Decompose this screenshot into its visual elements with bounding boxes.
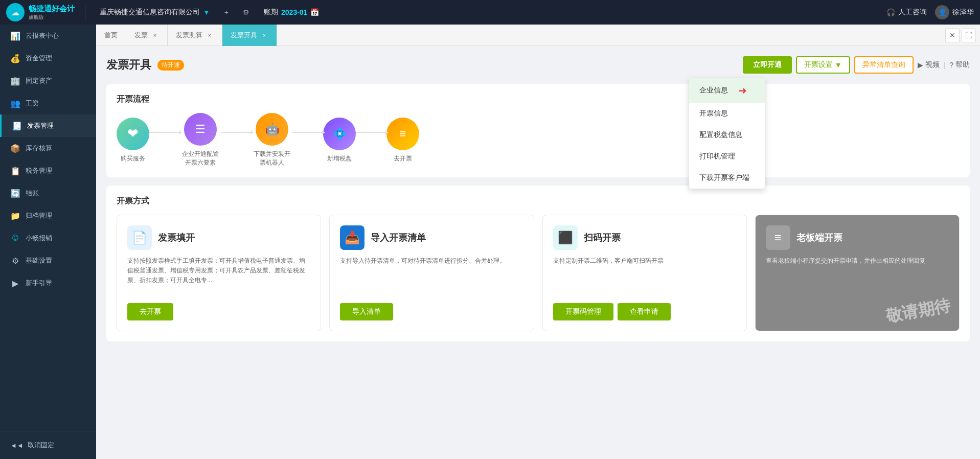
- sidebar-item-archive[interactable]: 📁 归档管理: [0, 204, 96, 227]
- sidebar-item-fixed-assets[interactable]: 🏢 固定资产: [0, 70, 96, 92]
- user-info[interactable]: 👤 徐泽华: [935, 5, 974, 19]
- method-card-header-import: 📥 导入开票清单: [340, 225, 523, 250]
- sidebar-item-basic-settings[interactable]: ⚙ 基础设置: [0, 249, 96, 272]
- invoice-info-label: 开票信息: [699, 109, 728, 117]
- dropdown-item-download-client[interactable]: 下载开票客户端: [689, 167, 765, 189]
- sidebar-label-tax: 税务管理: [26, 166, 52, 175]
- period-label: 账期 2023-01 📅: [264, 8, 319, 17]
- separator: |: [944, 61, 946, 69]
- add-tax-disk-label: 新增税盘: [327, 154, 352, 163]
- import-list-btn[interactable]: 导入清单: [340, 303, 393, 320]
- sidebar-item-capital[interactable]: 💰 资金管理: [0, 47, 96, 70]
- dropdown-item-company-info[interactable]: 企业信息 ➜: [689, 78, 765, 103]
- abnormal-list-btn[interactable]: 异常清单查询: [854, 56, 914, 74]
- buy-service-label: 购买服务: [121, 154, 145, 163]
- invoice-settings-btn[interactable]: 开票设置 ▼: [796, 56, 850, 74]
- activate-btn[interactable]: 立即开通: [743, 56, 792, 74]
- view-apply-btn[interactable]: 查看申请: [618, 303, 671, 320]
- qr-manage-btn[interactable]: 开票码管理: [553, 303, 613, 320]
- settings-dropdown-menu: 企业信息 ➜ 开票信息 配置税盘信息 打印机管理 下载开票客户端: [689, 78, 765, 189]
- xiaochang-icon: ©: [10, 233, 20, 243]
- sidebar-label-capital: 资金管理: [26, 54, 52, 63]
- tab-invoice-label: 发票: [134, 31, 148, 40]
- method-card-header-boss: ≡ 老板端开票: [766, 225, 949, 250]
- settings-dropdown-icon: ▼: [835, 61, 842, 69]
- tab-home[interactable]: 首页: [96, 25, 126, 46]
- sidebar-item-guide[interactable]: ▶ 新手引导: [0, 272, 96, 294]
- settings-btn[interactable]: ⚙: [239, 6, 254, 18]
- add-company-btn[interactable]: +: [220, 6, 233, 18]
- tab-invoice-open-label: 发票开具: [231, 31, 257, 40]
- tax-icon: 📋: [10, 166, 20, 176]
- boss-title: 老板端开票: [796, 232, 842, 244]
- tab-invoice-close[interactable]: ×: [151, 31, 159, 39]
- scan-qr-desc: 支持定制开票二维码，客户端可扫码开票: [553, 256, 736, 297]
- import-list-desc: 支持导入待开票清单，可对待开票清单进行拆分、合并处理。: [340, 256, 523, 297]
- download-robot-label: 下载并安装开票机器人: [252, 150, 292, 167]
- tab-maximize-btn[interactable]: ⛶: [962, 28, 976, 42]
- company-info-label: 企业信息: [699, 86, 728, 95]
- main-area: 📊 云报表中心 💰 资金管理 🏢 固定资产 👥 工资 🧾 发票管理 📦: [0, 25, 980, 459]
- sidebar-item-salary[interactable]: 👥 工资: [0, 92, 96, 114]
- dropdown-item-invoice-info[interactable]: 开票信息: [689, 103, 765, 124]
- help-btn[interactable]: ? 帮助: [949, 60, 970, 70]
- sidebar-item-tax[interactable]: 📋 税务管理: [0, 159, 96, 182]
- red-arrow-icon: ➜: [738, 84, 747, 97]
- cancel-pin-btn[interactable]: ◄◄ 取消固定: [0, 435, 96, 455]
- flow-step-download-robot: 🤖 下载并安装开票机器人: [252, 113, 292, 167]
- method-card-scan-qr: ⬛ 扫码开票 支持定制开票二维码，客户端可扫码开票 开票码管理 查看申请: [542, 215, 747, 331]
- step-connector-4: [356, 132, 386, 133]
- method-card-manual-fill: 📄 发票填开 支持按照发票样式手工填开发票；可开具增值税电子普通发票、增值税普通…: [117, 215, 321, 331]
- plus-icon: +: [224, 8, 229, 16]
- import-list-icon: 📥: [340, 225, 364, 250]
- manual-fill-desc: 支持按照发票样式手工填开发票；可开具增值税电子普通发票、增值税普通发票、增值税专…: [127, 256, 310, 297]
- tab-invoice-open[interactable]: 发票开具 ×: [222, 25, 277, 46]
- app-container: ☁ 畅捷通好会计 旗舰版 重庆畅捷交通信息咨询有限公司 ▼ + ⚙ 账期 202…: [0, 0, 980, 459]
- tax-disk-label: 配置税盘信息: [699, 130, 742, 139]
- sidebar-item-inventory[interactable]: 📦 库存核算: [0, 137, 96, 159]
- settlement-icon: 🔄: [10, 188, 20, 198]
- sidebar-bottom: ◄◄ 取消固定: [0, 431, 96, 459]
- import-list-title: 导入开票清单: [371, 232, 426, 244]
- tab-invoice-calc-label: 发票测算: [176, 31, 202, 40]
- sidebar-item-xiaochang[interactable]: © 小畅报销: [0, 227, 96, 249]
- flow-steps: ❤ 购买服务 ☰ 企业开通配置开票六要素: [117, 113, 960, 167]
- invoice-icon: 🧾: [12, 121, 22, 131]
- tab-invoice-calc-close[interactable]: ×: [206, 31, 214, 39]
- salary-icon: 👥: [10, 98, 20, 108]
- support-btn[interactable]: 🎧 人工咨询: [886, 8, 927, 17]
- sidebar-label-fixed-assets: 固定资产: [26, 76, 52, 85]
- sidebar-item-invoice[interactable]: 🧾 发票管理: [0, 114, 96, 137]
- methods-title: 开票方式: [117, 196, 960, 206]
- inventory-icon: 📦: [10, 143, 20, 153]
- company-selector[interactable]: 重庆畅捷交通信息咨询有限公司 ▼: [96, 6, 214, 19]
- step-connector-3: [292, 132, 323, 133]
- config-enterprise-icon: ☰: [184, 113, 217, 146]
- step-connector-1: [149, 132, 180, 133]
- dropdown-item-tax-disk[interactable]: 配置税盘信息: [689, 124, 765, 146]
- download-robot-icon: 🤖: [256, 113, 288, 146]
- tab-close-all-btn[interactable]: ✕: [945, 28, 960, 42]
- boss-desc: 查看老板端小程序提交的开票申请，并作出相应的处理回复: [766, 256, 949, 297]
- tab-invoice-open-close[interactable]: ×: [260, 31, 268, 39]
- go-invoice-manual-btn[interactable]: 去开票: [127, 303, 173, 320]
- tab-bar: 首页 发票 × 发票测算 × 发票开具 × ✕: [96, 25, 980, 46]
- sidebar-label-settlement: 结账: [26, 189, 39, 198]
- tab-invoice-calc[interactable]: 发票测算 ×: [168, 25, 222, 46]
- logo-sub: 旗舰版: [29, 14, 75, 21]
- tab-invoice[interactable]: 发票 ×: [126, 25, 168, 46]
- method-cards: 📄 发票填开 支持按照发票样式手工填开发票；可开具增值税电子普通发票、增值税普通…: [117, 215, 960, 331]
- topbar-right: 🎧 人工咨询 👤 徐泽华: [886, 5, 974, 19]
- play-circle-icon: ▶: [918, 61, 923, 69]
- download-client-label: 下载开票客户端: [699, 173, 749, 181]
- sidebar-item-settlement[interactable]: 🔄 结账: [0, 182, 96, 204]
- logo-divider: [85, 5, 85, 20]
- page-title: 发票开具: [106, 57, 151, 73]
- sidebar-label-cloud-report: 云报表中心: [26, 31, 59, 40]
- sidebar-label-inventory: 库存核算: [26, 144, 52, 153]
- sidebar-item-cloud-report[interactable]: 📊 云报表中心: [0, 25, 96, 47]
- user-avatar-icon: 👤: [935, 5, 949, 19]
- calendar-icon[interactable]: 📅: [310, 8, 319, 16]
- video-btn[interactable]: ▶ 视频: [918, 60, 940, 70]
- dropdown-item-printer[interactable]: 打印机管理: [689, 146, 765, 167]
